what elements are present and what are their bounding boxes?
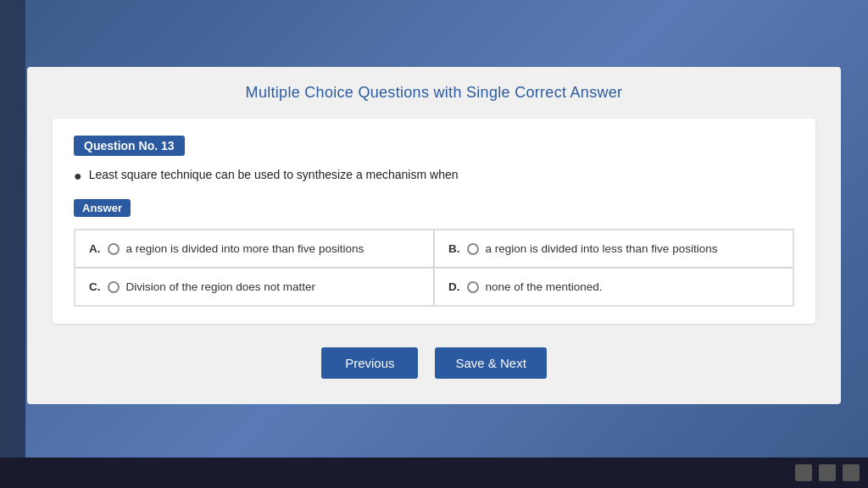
question-card: Question No. 13 ● Least square technique… [53, 119, 815, 324]
taskbar [0, 458, 868, 488]
option-c-prefix: C. [89, 280, 101, 293]
taskbar-icon-2 [819, 464, 836, 481]
option-c-radio[interactable] [108, 281, 120, 293]
option-d-text: none of the mentioned. [486, 280, 603, 293]
main-container: Multiple Choice Questions with Single Co… [27, 67, 841, 404]
option-b-text: a region is divided into less than five … [486, 242, 718, 255]
option-a[interactable]: A. a region is divided into more than fi… [75, 230, 434, 268]
option-a-text: a region is divided into more than five … [126, 242, 364, 255]
left-edge [0, 0, 25, 488]
save-next-button[interactable]: Save & Next [435, 347, 546, 379]
taskbar-icon-1 [795, 464, 812, 481]
buttons-row: Previous Save & Next [53, 347, 815, 379]
option-a-radio[interactable] [108, 243, 120, 255]
option-c[interactable]: C. Division of the region does not matte… [75, 268, 434, 306]
taskbar-icon-3 [843, 464, 860, 481]
option-a-prefix: A. [89, 242, 101, 255]
options-grid: A. a region is divided into more than fi… [74, 229, 794, 307]
option-d-radio[interactable] [467, 281, 479, 293]
option-b[interactable]: B. a region is divided into less than fi… [434, 230, 793, 268]
option-c-text: Division of the region does not matter [126, 280, 316, 293]
option-d-prefix: D. [448, 280, 460, 293]
question-body: Least square technique can be used to sy… [89, 168, 459, 181]
previous-button[interactable]: Previous [321, 347, 418, 379]
option-b-prefix: B. [448, 242, 460, 255]
page-title: Multiple Choice Questions with Single Co… [53, 84, 815, 102]
question-text: ● Least square technique can be used to … [74, 168, 794, 184]
option-b-radio[interactable] [467, 243, 479, 255]
bullet-icon: ● [74, 169, 82, 184]
question-number-badge: Question No. 13 [74, 136, 185, 156]
option-d[interactable]: D. none of the mentioned. [434, 268, 793, 306]
answer-label: Answer [74, 199, 131, 217]
